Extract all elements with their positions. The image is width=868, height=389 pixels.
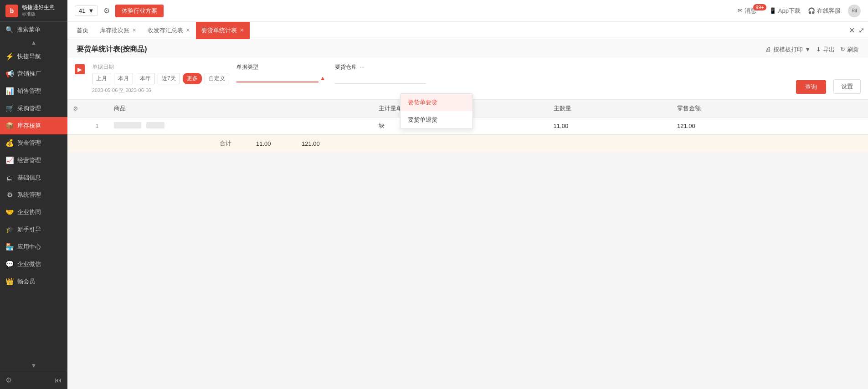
- service-icon: 🎧: [808, 7, 815, 14]
- app-download-label: App下载: [778, 7, 801, 15]
- row-number: 1: [86, 118, 108, 134]
- settings-icon[interactable]: ⚙: [5, 376, 12, 384]
- col-settings[interactable]: ⚙: [67, 100, 86, 118]
- date-btn-last-7days[interactable]: 近7天: [158, 73, 180, 84]
- basic-icon: 🗂: [5, 174, 14, 182]
- filter-warehouse-group: 要货仓库 ···: [335, 63, 426, 84]
- type-chevron-up-icon[interactable]: ▲: [320, 74, 326, 81]
- sidebar-item-inventory[interactable]: 📦 库存核算: [0, 117, 67, 134]
- print-chevron-icon: ▼: [805, 46, 811, 53]
- export-label: 导出: [823, 46, 835, 54]
- date-btn-this-month[interactable]: 本月: [114, 73, 133, 84]
- sidebar-item-quick-nav[interactable]: ⚡ 快捷导航: [0, 48, 67, 65]
- filter-type-label: 单据类型: [236, 63, 328, 71]
- col-product: 商品: [108, 100, 373, 118]
- sidebar-item-basic[interactable]: 🗂 基础信息: [0, 169, 67, 186]
- sidebar-item-collab[interactable]: 🤝 企业协同: [0, 204, 67, 221]
- tab-order-summary-close[interactable]: ✕: [240, 27, 244, 33]
- dropdown-option-order-goods[interactable]: 要货单要货: [401, 94, 473, 111]
- dropdown-option-order-return[interactable]: 要货单退货: [401, 111, 473, 128]
- tab-order-summary-label: 要货单统计表: [201, 26, 237, 35]
- scroll-down-btn[interactable]: ▼: [0, 360, 67, 371]
- print-template-btn[interactable]: 🖨 按模板打印 ▼: [765, 46, 811, 54]
- sidebar-item-label: 快捷导航: [17, 52, 41, 61]
- sidebar-item-guide[interactable]: 🎓 新手引导: [0, 221, 67, 238]
- type-input[interactable]: [236, 73, 318, 82]
- message-btn[interactable]: ✉ 消息 99+: [738, 7, 762, 15]
- print-label: 按模板打印: [773, 46, 803, 54]
- export-icon: ⬇: [816, 46, 821, 53]
- query-btn[interactable]: 查询: [796, 80, 826, 94]
- footer-total-label: 合计: [214, 139, 251, 148]
- sidebar-item-label: 系统管理: [17, 191, 41, 199]
- online-service-btn[interactable]: 🎧 在线客服: [808, 7, 841, 15]
- tab-order-summary[interactable]: 要货单统计表 ✕: [196, 22, 250, 39]
- date-btn-last-month[interactable]: 上月: [92, 73, 111, 84]
- sidebar-item-label: 采购管理: [17, 104, 41, 113]
- sidebar-item-operations[interactable]: 📈 经营管理: [0, 152, 67, 169]
- sidebar-item-purchase[interactable]: 🛒 采购管理: [0, 100, 67, 117]
- col-quantity: 主数量: [548, 100, 672, 118]
- sidebar-item-marketing[interactable]: 📢 营销推广: [0, 65, 67, 82]
- tab-receive-summary-close[interactable]: ✕: [186, 27, 190, 33]
- sidebar-item-label: 库存核算: [17, 122, 41, 130]
- app-download-btn[interactable]: 📱 App下载: [769, 7, 801, 15]
- collapse-icon[interactable]: ⏮: [55, 376, 62, 384]
- tabs-close-all-icon[interactable]: ✕: [849, 26, 855, 35]
- search-menu-label: 搜索菜单: [17, 26, 41, 34]
- search-menu[interactable]: 🔍 搜索菜单: [0, 22, 67, 37]
- tab-home[interactable]: 首页: [71, 22, 94, 39]
- sidebar-item-label: 经营管理: [17, 156, 41, 164]
- row-empty: [821, 118, 868, 134]
- export-btn[interactable]: ⬇ 导出: [816, 46, 835, 54]
- message-badge: 99+: [753, 4, 766, 10]
- sidebar-bottom: ⚙ ⏮: [0, 371, 67, 389]
- date-btn-more[interactable]: 更多: [183, 73, 202, 84]
- sidebar-item-member[interactable]: 👑 畅会员: [0, 273, 67, 290]
- tab-inventory-batch-close[interactable]: ✕: [132, 27, 136, 33]
- tab-inventory-batch[interactable]: 库存批次账 ✕: [94, 22, 142, 39]
- print-icon: 🖨: [765, 46, 771, 53]
- warehouse-more-icon[interactable]: ···: [360, 64, 365, 70]
- marketing-icon: 📢: [5, 70, 14, 78]
- col-empty: [821, 100, 868, 118]
- guide-icon: 🎓: [5, 225, 14, 234]
- settings-btn[interactable]: 设置: [833, 79, 861, 94]
- column-settings-icon[interactable]: ⚙: [73, 105, 78, 112]
- sidebar-item-appstore[interactable]: 🏪 应用中心: [0, 238, 67, 256]
- sidebar-item-finance[interactable]: 💰 资金管理: [0, 134, 67, 152]
- scroll-up-btn[interactable]: ▲: [0, 37, 67, 48]
- content-area: 要货单统计表(按商品) 🖨 按模板打印 ▼ ⬇ 导出 ↻ 刷新 ▶: [67, 39, 868, 389]
- topbar-gear-icon[interactable]: ⚙: [103, 6, 110, 15]
- sidebar-item-wechat[interactable]: 💬 企业微信: [0, 256, 67, 273]
- type-dropdown-overlay: 要货单要货 要货单退货: [400, 93, 473, 129]
- date-btn-custom[interactable]: 自定义: [205, 73, 229, 84]
- refresh-btn[interactable]: ↻ 刷新: [840, 46, 859, 54]
- tabs-actions: ✕ ⤢: [849, 26, 864, 35]
- filter-expand-btn[interactable]: ▶: [75, 64, 85, 74]
- online-service-label: 在线客服: [817, 7, 841, 15]
- main-area: 41 ▼ ⚙ 体验行业方案 ✉ 消息 99+ 📱 App下载 🎧 在线客服 Ri…: [67, 0, 868, 389]
- filter-date-group: 单据日期 上月 本月 本年 近7天 更多 自定义 2023-05-06 至 20…: [92, 63, 229, 94]
- inventory-icon: 📦: [5, 122, 14, 130]
- search-icon: 🔍: [5, 26, 13, 33]
- tabs-expand-icon[interactable]: ⤢: [858, 26, 864, 35]
- purchase-icon: 🛒: [5, 104, 14, 113]
- tab-receive-summary[interactable]: 收发存汇总表 ✕: [142, 22, 196, 39]
- branch-selector[interactable]: 41 ▼: [75, 5, 98, 16]
- sidebar-item-system[interactable]: ⚙ 系统管理: [0, 186, 67, 204]
- topbar-left: 41 ▼ ⚙ 体验行业方案: [75, 5, 164, 17]
- user-avatar[interactable]: Rit: [848, 5, 861, 17]
- operations-icon: 📈: [5, 156, 14, 164]
- row-quantity: 11.00: [548, 118, 672, 134]
- date-btn-this-year[interactable]: 本年: [136, 73, 155, 84]
- type-dropdown-wrapper: ▲: [236, 73, 328, 82]
- chevron-down-icon: ▼: [88, 7, 94, 14]
- filter-date-range: 2023-05-06 至 2023-06-06: [92, 87, 229, 94]
- sidebar-item-sales[interactable]: 📊 销售管理: [0, 82, 67, 100]
- sidebar-nav: ⚡ 快捷导航 📢 营销推广 📊 销售管理 🛒 采购管理 📦 库存核算 💰 资金管…: [0, 48, 67, 360]
- promo-button[interactable]: 体验行业方案: [115, 5, 164, 17]
- filter-area: ▶ 单据日期 上月 本月 本年 近7天 更多 自定义 2023-05-06 至 …: [67, 58, 868, 100]
- finance-icon: 💰: [5, 139, 14, 147]
- member-icon: 👑: [5, 277, 14, 286]
